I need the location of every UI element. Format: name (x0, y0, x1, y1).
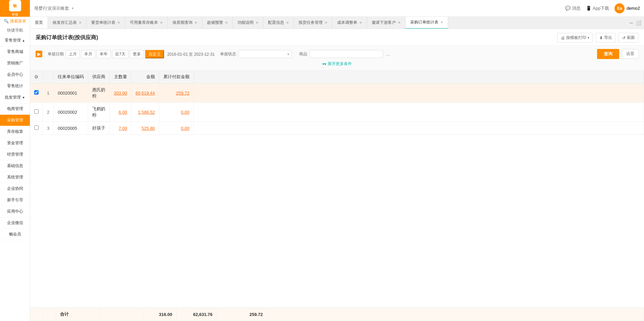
row-checkbox-3[interactable] (34, 125, 39, 130)
table-row[interactable]: 1 00020001 惠氏奶粉 303.00 60,519.44 259.72 (30, 84, 644, 103)
tab-bxqcx[interactable]: 保质期查询 ✕ (168, 17, 202, 29)
data-table: ⚙ 往来单位编码 供应商 主数量 金额 累计付款金额 (30, 70, 644, 135)
row-checkbox-1[interactable] (34, 90, 39, 95)
goods-more-icon[interactable]: ... (386, 51, 390, 57)
refresh-button[interactable]: ↺ 刷新 (619, 33, 639, 43)
sidebar-item-member[interactable]: 会员中心 (0, 69, 30, 81)
tab-gnms[interactable]: 功能说明 ✕ (233, 17, 263, 29)
sidebar-item-inventory[interactable]: 库存核算 (0, 126, 30, 138)
date-btn-more[interactable]: 更多 (130, 50, 144, 58)
tab-cgddtj[interactable]: 采购订单统计表 ✕ (406, 17, 448, 29)
td-checkbox-3[interactable] (30, 122, 43, 135)
footer-td-empty1 (30, 308, 42, 321)
tab-cbtz[interactable]: 成本调整单 ✕ (332, 17, 367, 29)
td-seq-1: 1 (43, 84, 54, 103)
tab-phrkgl[interactable]: 拣货任务管理 ✕ (294, 17, 332, 29)
sidebar-item-enterprise[interactable]: 企业协同 (0, 183, 30, 195)
td-qty-3[interactable]: 7.00 (110, 122, 131, 135)
tab-close-yqxygk[interactable]: ✕ (398, 21, 400, 24)
date-btn-7days[interactable]: 近7天 (112, 50, 128, 58)
expand-more-conditions[interactable]: ▾▾ 展开更多条件 (36, 61, 639, 67)
tab-maximize-icon[interactable]: ⬜ (636, 20, 641, 25)
sidebar-item-ecommerce[interactable]: 电商管理 (0, 103, 30, 115)
sidebar-item-basic[interactable]: 基础信息 (0, 160, 30, 172)
app-download-button[interactable]: 📱 App下载 (586, 5, 609, 11)
tab-close-bxqcx[interactable]: ✕ (195, 21, 197, 24)
td-amount-3[interactable]: 525.80 (131, 122, 159, 135)
tab-close-gnms[interactable]: ✕ (256, 21, 258, 24)
filter-row-1: ▶ 单据日期 上月 本月 本年 近7天 更多 自定义 2016-01-01 至 … (36, 49, 639, 59)
date-btn-this-year[interactable]: 本年 (97, 50, 111, 58)
table-row[interactable]: 3 00020005 好孩子 7.00 525.80 0.00 (30, 122, 644, 135)
filter-right-actions: 查询 设置 (597, 49, 639, 59)
td-paid-1[interactable]: 259.72 (159, 84, 194, 103)
sidebar-item-retail-shop[interactable]: 零售商城 (0, 46, 30, 58)
sidebar-item-guide[interactable]: 新手引导 (0, 195, 30, 206)
td-checkbox-2[interactable] (30, 103, 43, 122)
message-button[interactable]: 💬 消息 (565, 5, 581, 11)
sidebar-item-quick[interactable]: 快捷导航 (0, 26, 30, 35)
sidebar-item-finance[interactable]: 资金管理 (0, 138, 30, 149)
sidebar-item-wholesale[interactable]: 批发管理 ▼ (0, 92, 30, 103)
date-btn-last-month[interactable]: 上月 (66, 50, 80, 58)
sidebar-item-retail[interactable]: 零售管理 ▲ (0, 35, 30, 46)
row-checkbox-2[interactable] (34, 109, 39, 114)
tab-close-pzxx[interactable]: ✕ (286, 21, 289, 24)
sidebar-item-wechat[interactable]: 企业微信 (0, 217, 30, 229)
td-supplier-3: 好孩子 (88, 122, 110, 135)
expand-filter-button[interactable]: ▶ (36, 51, 42, 57)
td-paid-3[interactable]: 0.00 (159, 122, 194, 135)
tab-home[interactable]: 首页 (30, 17, 48, 29)
status-filter: 单据状态 (220, 50, 294, 58)
tab-close-cbtz[interactable]: ✕ (359, 21, 362, 24)
td-paid-2[interactable]: 0.00 (159, 103, 194, 122)
user-menu[interactable]: Ea demo2 (614, 3, 640, 13)
sidebar-item-search[interactable]: 🔍 搜索菜单 (0, 17, 30, 26)
topbar-workspace[interactable]: 母婴行业演示账套 ▾ (34, 5, 73, 11)
footer-paid: 259.72 (217, 308, 267, 321)
goods-input[interactable] (309, 50, 383, 58)
td-amount-1[interactable]: 60,519.44 (131, 84, 159, 103)
tab-yqxygk[interactable]: 邀请下游客户 ✕ (367, 17, 406, 29)
date-btn-this-month[interactable]: 本月 (81, 50, 95, 58)
td-qty-2[interactable]: 6.00 (110, 103, 131, 122)
sidebar-item-marketing[interactable]: 营销推广 (0, 58, 30, 69)
table-area: ⚙ 往来单位编码 供应商 主数量 金额 累计付款金额 (30, 70, 644, 308)
sidebar-item-system[interactable]: 系统管理 (0, 172, 30, 183)
footer-label: 合计 (56, 308, 99, 321)
logo-icon: 畅 (13, 3, 17, 8)
sidebar-item-vip[interactable]: 畅会员 (0, 229, 30, 240)
export-button[interactable]: ⬇ 导出 (596, 33, 616, 43)
page-content: 采购订单统计表(按供应商) 🖨 按模板打印 ▾ ⬇ 导出 ↺ 刷新 (30, 29, 644, 321)
tab-close-cgddtj[interactable]: ✕ (440, 20, 443, 24)
sidebar-item-appstore[interactable]: 应用中心 (0, 206, 30, 217)
td-code-2: 00020002 (54, 103, 88, 122)
th-supplier: 供应商 (88, 70, 110, 84)
td-amount-2[interactable]: 1,586.52 (131, 103, 159, 122)
column-settings-icon[interactable]: ⚙ (34, 74, 39, 79)
sidebar: 畅 标版 🔍 搜索菜单 快捷导航 零售管理 ▲ 零售商城 营销推广 会员中心 零… (0, 0, 30, 321)
tab-sfhz[interactable]: 收发存汇总表 ✕ (48, 17, 87, 29)
tab-close-ccyj[interactable]: ✕ (225, 21, 228, 24)
tab-ccyj[interactable]: 超储预警 ✕ (202, 17, 233, 29)
sidebar-item-purchase[interactable]: 采购管理 (0, 115, 30, 126)
td-checkbox-1[interactable] (30, 84, 43, 103)
tab-close-phrkgl[interactable]: ✕ (325, 21, 327, 24)
query-button[interactable]: 查询 (597, 49, 619, 59)
status-select[interactable] (238, 50, 292, 58)
tab-close-sfhz[interactable]: ✕ (79, 21, 82, 24)
tab-pzxx[interactable]: 配置信息 ✕ (263, 17, 294, 29)
tab-yphjtj[interactable]: 要货单统计表 ✕ (87, 17, 125, 29)
sidebar-item-operation[interactable]: 经营管理 (0, 149, 30, 160)
td-qty-1[interactable]: 303.00 (110, 84, 131, 103)
tab-minimize-icon[interactable]: ─ (630, 20, 633, 25)
tab-kylkcz[interactable]: 可用量库存账本 ✕ (125, 17, 168, 29)
table-row[interactable]: 2 00020002 飞鹤奶粉 6.00 1,586.52 0.00 (30, 103, 644, 122)
logo-sub: 标版 (12, 12, 18, 17)
date-btn-custom[interactable]: 自定义 (145, 50, 164, 58)
sidebar-item-retail-stat[interactable]: 零售统计 (0, 81, 30, 92)
settings-button[interactable]: 设置 (622, 49, 639, 59)
tab-close-yphjtj[interactable]: ✕ (117, 21, 120, 24)
print-button[interactable]: 🖨 按模板打印 ▾ (557, 33, 593, 43)
tab-close-kylkcz[interactable]: ✕ (160, 21, 163, 24)
